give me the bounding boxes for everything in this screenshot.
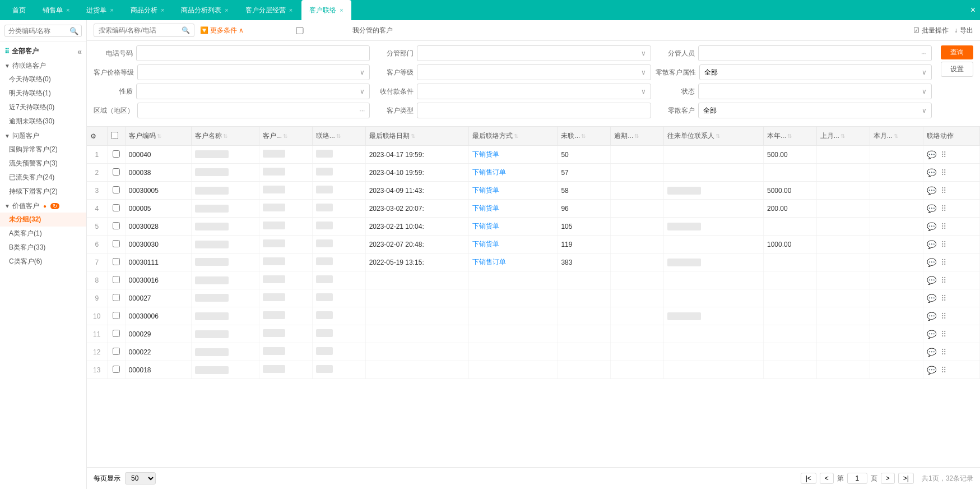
search-button[interactable]: 查询 [941, 45, 973, 59]
sort-icon-type[interactable]: ⇅ [283, 133, 287, 139]
status-select[interactable]: ∨ [698, 84, 932, 99]
tab-product-analysis[interactable]: 商品分析 × [123, 0, 172, 20]
more-action-icon[interactable]: ⠿ [941, 258, 946, 267]
more-action-icon[interactable]: ⠿ [941, 240, 946, 249]
sidebar-item-b-class[interactable]: B类客户(33) [0, 241, 86, 255]
more-action-icon[interactable]: ⠿ [941, 294, 946, 303]
more-action-icon[interactable]: ⠿ [941, 312, 946, 321]
close-purchase-tab-icon[interactable]: × [110, 7, 113, 13]
row-checkbox[interactable] [113, 294, 120, 301]
row-checkbox[interactable] [113, 150, 120, 158]
close-product-analysis-list-tab-icon[interactable]: × [225, 7, 228, 13]
row-checkbox[interactable] [113, 186, 120, 193]
next-page-button[interactable]: > [881, 473, 895, 484]
settings-header[interactable]: ⚙ [87, 127, 107, 146]
sidebar-item-churned[interactable]: 已流失客户(24) [0, 170, 86, 184]
more-action-icon[interactable]: ⠿ [941, 150, 946, 159]
window-close-button[interactable]: × [970, 5, 976, 15]
sidebar-item-tomorrow-pending[interactable]: 明天待联络(1) [0, 86, 86, 100]
phone-input[interactable] [136, 45, 370, 61]
close-product-analysis-tab-icon[interactable]: × [161, 7, 164, 13]
sidebar-item-c-class[interactable]: C类客户(6) [0, 255, 86, 269]
dept-select[interactable]: ∨ [417, 45, 651, 61]
row-checkbox[interactable] [113, 348, 120, 355]
sort-icon-overdue[interactable]: ⇅ [634, 133, 639, 139]
sidebar-item-a-class[interactable]: A类客户(1) [0, 227, 86, 241]
tab-sales[interactable]: 销售单 × [35, 0, 77, 20]
price-level-select[interactable]: ∨ [137, 64, 370, 80]
sort-icon-code[interactable]: ⇅ [157, 133, 161, 139]
sort-icon-last-month[interactable]: ⇅ [840, 133, 845, 139]
more-action-icon[interactable]: ⠿ [941, 186, 946, 195]
customer-type-input[interactable] [417, 103, 651, 118]
sidebar-item-today-pending[interactable]: 今天待联络(0) [0, 72, 86, 86]
reset-button[interactable]: 设置 [941, 62, 973, 77]
row-checkbox[interactable] [113, 312, 120, 319]
sidebar-item-declining[interactable]: 持续下滑客户(2) [0, 184, 86, 199]
row-checkbox[interactable] [113, 330, 120, 337]
tab-customer-contact[interactable]: 客户联络 × [301, 0, 351, 20]
my-customers-checkbox[interactable] [249, 27, 350, 34]
last-page-button[interactable]: >| [898, 473, 914, 484]
last-method-link[interactable]: 下销货单 [472, 204, 499, 212]
sidebar-item-churn-warning[interactable]: 流失预警客户(3) [0, 156, 86, 170]
sort-icon-this-month[interactable]: ⇅ [894, 133, 898, 139]
row-checkbox[interactable] [113, 168, 120, 176]
customer-search-input[interactable] [94, 24, 194, 37]
more-action-icon[interactable]: ⠿ [941, 348, 946, 357]
tab-purchase[interactable]: 进货单 × [78, 0, 121, 20]
more-action-icon[interactable]: ⠿ [941, 276, 946, 285]
per-page-select[interactable]: 50 100 [125, 472, 156, 485]
export-button[interactable]: ↓ 导出 [954, 26, 973, 35]
manager-select[interactable]: ··· [698, 45, 932, 61]
sparse-customer-select[interactable]: 全部 ∨ [698, 103, 932, 118]
sidebar-item-abnormal[interactable]: 囤购异常客户(2) [0, 142, 86, 156]
tab-product-analysis-list[interactable]: 商品分析列表 × [173, 0, 236, 20]
last-method-link[interactable]: 下销货单 [472, 222, 499, 230]
settings-icon[interactable]: ⚙ [90, 132, 96, 140]
more-action-icon[interactable]: ⠿ [941, 222, 946, 231]
first-page-button[interactable]: |< [801, 473, 816, 484]
batch-ops-button[interactable]: ☑ 批量操作 [913, 26, 949, 35]
sort-icon-last-method[interactable]: ⇅ [514, 133, 518, 139]
chat-action-icon[interactable]: 💬 [927, 258, 936, 267]
chat-action-icon[interactable]: 💬 [927, 330, 936, 339]
chat-action-icon[interactable]: 💬 [927, 204, 936, 213]
sort-icon-unit-contact[interactable]: ⇅ [716, 133, 720, 139]
row-checkbox[interactable] [113, 258, 120, 265]
sort-icon-this-year[interactable]: ⇅ [787, 133, 792, 139]
last-method-link[interactable]: 下销货单 [472, 150, 499, 158]
chat-action-icon[interactable]: 💬 [927, 366, 936, 375]
row-checkbox[interactable] [113, 240, 120, 247]
all-customers-header[interactable]: ⠿ 全部客户 « [0, 42, 86, 58]
last-method-link[interactable]: 下销货单 [472, 186, 499, 194]
more-action-icon[interactable]: ⠿ [941, 366, 946, 375]
region-select[interactable]: ··· [137, 103, 370, 118]
sidebar-item-overdue-pending[interactable]: 逾期未联络(30) [0, 114, 86, 128]
select-all-checkbox[interactable] [111, 132, 118, 139]
sort-icon-name[interactable]: ⇅ [223, 133, 227, 139]
chat-action-icon[interactable]: 💬 [927, 168, 936, 177]
chat-action-icon[interactable]: 💬 [927, 240, 936, 249]
tab-home[interactable]: 首页 [4, 0, 34, 20]
row-checkbox[interactable] [113, 222, 120, 229]
row-checkbox[interactable] [113, 366, 120, 373]
page-number-input[interactable] [847, 473, 867, 484]
close-customer-contact-tab-icon[interactable]: × [340, 7, 343, 13]
payment-select[interactable]: ∨ [417, 84, 651, 99]
sort-icon-contact[interactable]: ⇅ [336, 133, 341, 139]
value-group-refresh-icon[interactable]: ↻ [50, 203, 59, 209]
sort-icon-no-contact[interactable]: ⇅ [581, 133, 586, 139]
customer-level-select[interactable]: ∨ [417, 64, 651, 80]
row-checkbox[interactable] [113, 276, 120, 283]
chat-action-icon[interactable]: 💬 [927, 150, 936, 159]
tab-customer-segment[interactable]: 客户分层经营 × [238, 0, 300, 20]
sidebar-item-ungroup[interactable]: 未分组(32) [0, 213, 86, 227]
chat-action-icon[interactable]: 💬 [927, 294, 936, 303]
sidebar-collapse-button[interactable]: « [77, 47, 82, 56]
row-checkbox[interactable] [113, 204, 120, 211]
chat-action-icon[interactable]: 💬 [927, 348, 936, 357]
chat-action-icon[interactable]: 💬 [927, 276, 936, 285]
more-action-icon[interactable]: ⠿ [941, 204, 946, 213]
more-action-icon[interactable]: ⠿ [941, 330, 946, 339]
